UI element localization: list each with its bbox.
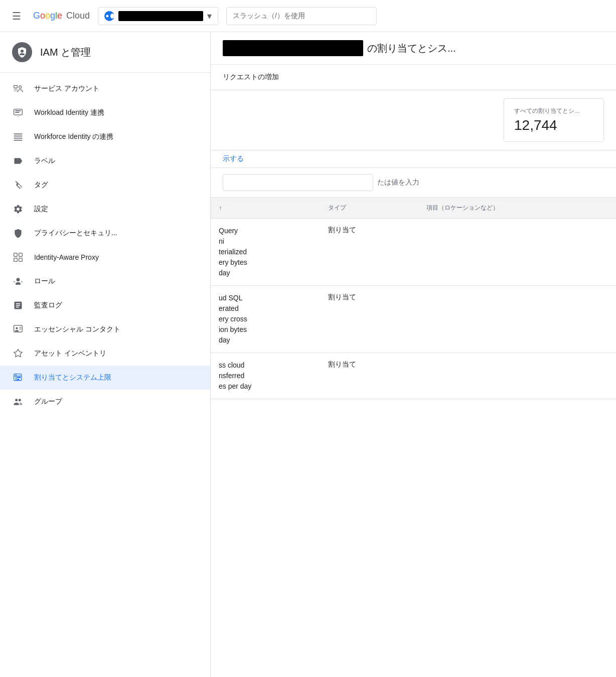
svg-point-30 [15, 399, 18, 401]
table-row: Query ni terialized ery bytes day 割り当て [211, 219, 616, 286]
project-selector[interactable]: ▾ [98, 7, 218, 25]
iap-icon [12, 251, 24, 263]
show-all-row: 示する [211, 150, 616, 168]
sidebar-item-roles[interactable]: ロール [0, 269, 210, 293]
svg-point-19 [17, 278, 20, 281]
sidebar-item-privacy-security[interactable]: プライバシーとセキュリ... [0, 221, 210, 245]
svg-point-2 [21, 50, 24, 53]
service-account-icon [12, 83, 24, 95]
sidebar-label-roles: ロール [34, 277, 55, 286]
page-title-suffix: の割り当てとシス... [367, 42, 456, 55]
col-header-type: タイプ [320, 198, 419, 219]
project-name-bar [118, 11, 203, 21]
row-2-name: ud SQL erated ery cross ion bytes day [211, 286, 320, 353]
col-header-name: ↑ [211, 198, 320, 219]
logo-e: e [57, 11, 62, 21]
search-placeholder-text: スラッシュ（/）を使用 [233, 12, 305, 21]
sidebar-label-privacy: プライバシーとセキュリ... [34, 229, 117, 238]
asset-inventory-icon [12, 348, 24, 360]
svg-rect-17 [19, 253, 23, 257]
table-row: ud SQL erated ery cross ion bytes day 割り… [211, 286, 616, 353]
svg-rect-29 [17, 379, 20, 381]
project-name-header-bar [223, 40, 363, 56]
essential-contacts-icon [12, 323, 24, 335]
sidebar-item-audit-log[interactable]: 監査ログ [0, 293, 210, 317]
table-row: ss cloud nsferred es per day 割り当て [211, 353, 616, 399]
logo-g2: g [50, 11, 55, 21]
logo-g: G [33, 11, 40, 21]
table-header: ↑ タイプ 項目（ロケーションなど） [211, 198, 616, 219]
row-2-item [418, 286, 616, 353]
svg-rect-16 [14, 258, 18, 262]
svg-point-6 [19, 86, 22, 88]
search-bar[interactable]: スラッシュ（/）を使用 [226, 7, 377, 25]
table-body: Query ni terialized ery bytes day 割り当て u… [211, 219, 616, 399]
sidebar-item-essential-contacts[interactable]: エッセンシャル コンタクト [0, 317, 210, 342]
row-1-type: 割り当て [320, 219, 419, 286]
sidebar-label-workforce: Workforce Identity の連携 [34, 132, 113, 141]
sidebar-label-quotas: 割り当てとシステム上限 [34, 373, 111, 382]
row-3-name: ss cloud nsferred es per day [211, 353, 320, 399]
increase-request-section: リクエストの増加 [211, 65, 616, 90]
svg-point-1 [106, 15, 108, 17]
sidebar-item-quotas[interactable]: 割り当てとシステム上限 [0, 366, 210, 390]
main-layout: IAM と管理 サービス アカウント [0, 32, 616, 677]
sidebar-item-labels[interactable]: ラベル [0, 149, 210, 173]
sidebar-label-tags: タグ [34, 181, 48, 190]
row-3-type: 割り当て [320, 353, 419, 399]
quota-stat-box: すべての割り当てとシ... 12,744 [504, 98, 604, 142]
svg-point-10 [18, 116, 19, 117]
increase-request-label: リクエストの増加 [223, 73, 279, 81]
show-all-link[interactable]: 示する [223, 154, 244, 162]
sidebar-label-workload: Workload Identity 連携 [34, 108, 104, 117]
sidebar-item-workload-identity[interactable]: Workload Identity 連携 [0, 101, 210, 125]
roles-icon [12, 275, 24, 287]
sidebar-item-service-account[interactable]: サービス アカウント [0, 77, 210, 101]
content-body: リクエストの増加 すべての割り当てとシ... 12,744 示する たは値を入力 [211, 65, 616, 399]
sidebar-item-asset-inventory[interactable]: アセット インベントリ [0, 342, 210, 366]
svg-point-31 [19, 399, 21, 401]
sidebar-item-groups[interactable]: グループ [0, 390, 210, 414]
sidebar-label-asset: アセット インベントリ [34, 349, 106, 358]
svg-rect-3 [14, 85, 18, 88]
svg-rect-15 [14, 253, 18, 257]
google-cloud-logo: Google Cloud [33, 11, 90, 21]
groups-icon [12, 396, 24, 408]
sidebar-label-labels: ラベル [34, 156, 55, 165]
filter-row: たは値を入力 [211, 168, 616, 198]
sidebar-label-iap: Identity-Aware Proxy [34, 253, 99, 261]
sidebar-label-audit-log: 監査ログ [34, 301, 62, 310]
dropdown-arrow-icon: ▾ [207, 11, 212, 22]
sidebar-navigation: サービス アカウント Workload Identity 連携 [0, 73, 210, 418]
row-1-item [418, 219, 616, 286]
workload-identity-icon [12, 107, 24, 119]
row-2-type: 割り当て [320, 286, 419, 353]
quota-stat-label: すべての割り当てとシ... [514, 107, 593, 115]
svg-point-21 [16, 327, 18, 329]
svg-rect-9 [15, 112, 19, 113]
quota-summary-section: すべての割り当てとシ... 12,744 [211, 90, 616, 150]
workforce-identity-icon [12, 131, 24, 143]
sidebar-item-workforce-identity[interactable]: Workforce Identity の連携 [0, 125, 210, 149]
iam-header-icon [12, 42, 32, 62]
logo-o2: o [45, 11, 50, 21]
row-1-name: Query ni terialized ery bytes day [211, 219, 320, 286]
quota-table: ↑ タイプ 項目（ロケーションなど） Query ni terialized e… [211, 198, 616, 399]
logo-o1: o [40, 11, 45, 21]
content-header: の割り当てとシス... [211, 32, 616, 65]
svg-rect-4 [14, 89, 18, 90]
filter-input[interactable] [223, 174, 373, 191]
col-header-item: 項目（ロケーションなど） [418, 198, 616, 219]
svg-rect-5 [14, 90, 18, 91]
content-area: の割り当てとシス... リクエストの増加 すべての割り当てとシ... 12,74… [211, 32, 616, 677]
sidebar-label-groups: グループ [34, 397, 62, 406]
hamburger-button[interactable]: ☰ [8, 6, 25, 26]
sidebar-item-tags[interactable]: タグ [0, 173, 210, 197]
quotas-icon [12, 372, 24, 384]
svg-rect-8 [15, 110, 21, 111]
sidebar-label-settings: 設定 [34, 205, 48, 214]
sidebar-item-iap[interactable]: Identity-Aware Proxy [0, 245, 210, 269]
top-header: ☰ Google Cloud ▾ スラッシュ（/）を使用 [0, 0, 616, 32]
sidebar-item-settings[interactable]: 設定 [0, 197, 210, 221]
settings-icon [12, 203, 24, 215]
